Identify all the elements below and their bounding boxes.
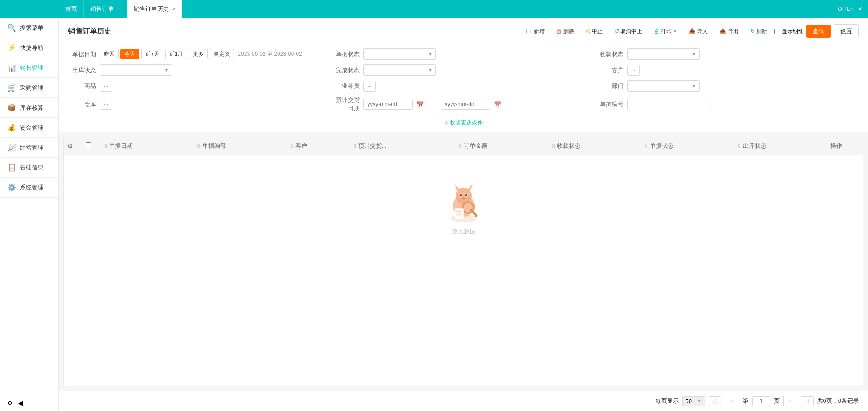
filter-warehouse-cell: 仓库 ··· bbox=[68, 99, 331, 110]
page-label-2: 页 bbox=[774, 397, 780, 405]
department-select[interactable] bbox=[627, 80, 700, 92]
first-page-btn[interactable]: ⟨⟨ bbox=[709, 396, 721, 406]
query-button[interactable]: 查询 bbox=[806, 25, 831, 38]
sidebar-item-inventory[interactable]: 📦 库存核算 bbox=[0, 98, 58, 118]
svg-point-9 bbox=[460, 194, 462, 196]
stop-button[interactable]: ⊘ 中止 bbox=[581, 25, 607, 38]
customer-label: 客户 bbox=[595, 66, 627, 74]
order-status-select[interactable] bbox=[363, 48, 436, 60]
complete-status-control bbox=[363, 64, 595, 76]
select-all-checkbox[interactable] bbox=[86, 142, 91, 148]
gear-icon: ⚙️ bbox=[7, 183, 16, 192]
sidebar-item-sys-mgmt[interactable]: ⚙️ 系统管理 bbox=[0, 178, 58, 198]
goods-ellipsis-btn[interactable]: ··· bbox=[100, 81, 112, 92]
tab-home-label: 首页 bbox=[65, 5, 77, 13]
sidebar-item-basic-info[interactable]: 📋 基础信息 bbox=[0, 158, 58, 178]
filter-order-number-cell: 单据编号 bbox=[595, 99, 859, 110]
delivery-date-to[interactable] bbox=[441, 99, 490, 110]
outbound-status-select[interactable] bbox=[100, 64, 172, 76]
tab-sales-order-history[interactable]: 销售订单历史 ✕ bbox=[127, 0, 182, 18]
tab-sales-order[interactable]: 销售订单 ✕ bbox=[84, 0, 127, 18]
th-order-date[interactable]: 单据日期 bbox=[100, 137, 193, 155]
filter-row-3: 商品 ··· 业务员 ··· 部门 bbox=[68, 80, 859, 92]
total-info: 共0页，0条记录 bbox=[817, 397, 859, 405]
sidebar-item-sales-mgmt[interactable]: 📊 销售管理 bbox=[0, 58, 58, 78]
sidebar-item-operations[interactable]: 📈 经营管理 bbox=[0, 138, 58, 158]
delivery-date-from[interactable] bbox=[363, 99, 413, 110]
th-customer[interactable]: 客户 bbox=[286, 137, 349, 155]
page-size-select[interactable]: 50 10 20 100 bbox=[682, 396, 705, 406]
th-order-number[interactable]: 单据编号 bbox=[193, 137, 286, 155]
order-number-input[interactable] bbox=[627, 99, 711, 110]
sidebar-label-search-menu: 搜索菜单 bbox=[20, 24, 43, 32]
query-label: 查询 bbox=[813, 28, 825, 34]
date-btn-yesterday[interactable]: 昨天 bbox=[100, 49, 119, 59]
salesperson-ellipsis-btn[interactable]: ··· bbox=[363, 81, 376, 92]
calendar-to-icon[interactable]: 📅 bbox=[494, 101, 501, 108]
import-button[interactable]: 📥 导入 bbox=[684, 25, 712, 38]
empty-text: 暂无数据 bbox=[452, 227, 475, 236]
date-dash: — bbox=[430, 101, 436, 108]
receipt-status-select[interactable] bbox=[627, 48, 700, 60]
top-bar-brand: OfTEn bbox=[838, 6, 854, 12]
table-area: ⚙ 单据日期 单据编号 客户 bbox=[63, 137, 863, 386]
goods-label: 商品 bbox=[68, 82, 100, 90]
filter-complete-cell: 完成状态 bbox=[331, 64, 595, 76]
outbound-status-label: 出库状态 bbox=[68, 66, 100, 74]
settings-button[interactable]: 设置 bbox=[834, 24, 859, 38]
th-ops: 操作 bbox=[827, 137, 863, 155]
date-btn-today[interactable]: 今天 bbox=[120, 49, 139, 59]
calendar-from-icon[interactable]: 📅 bbox=[417, 101, 424, 108]
warehouse-control: ··· bbox=[100, 99, 331, 110]
collapse-row[interactable]: ∧ 收起更多条件 bbox=[68, 117, 859, 126]
filter-customer-cell: 客户 ··· bbox=[595, 65, 859, 76]
tab-sales-order-close[interactable]: ✕ bbox=[116, 6, 120, 12]
sidebar-item-purchase-mgmt[interactable]: 🛒 采购管理 bbox=[0, 78, 58, 98]
new-button[interactable]: + + 新增 bbox=[520, 25, 549, 38]
date-btn-custom[interactable]: 自定义 bbox=[210, 49, 234, 59]
th-outbound-status[interactable]: 出库状态 bbox=[734, 137, 827, 155]
next-page-btn[interactable]: ＞ bbox=[783, 396, 797, 406]
date-btn-1month[interactable]: 近1月 bbox=[165, 49, 187, 59]
th-expected-delivery[interactable]: 预计交货... bbox=[349, 137, 455, 155]
refresh-button[interactable]: ↻ 刷新 bbox=[746, 25, 772, 38]
tab-sales-order-label: 销售订单 bbox=[90, 5, 114, 13]
cancel-stop-button[interactable]: ↺ 取消中止 bbox=[610, 25, 647, 38]
sidebar-item-quick-nav[interactable]: ⚡ 快捷导航 bbox=[0, 38, 58, 58]
main-layout: 🔍 搜索菜单 ⚡ 快捷导航 📊 销售管理 🛒 采购管理 📦 库存核算 💰 资金管… bbox=[0, 18, 868, 411]
print-button[interactable]: 🖨 打印 ▼ bbox=[649, 25, 681, 38]
last-page-btn[interactable]: ⟩⟩ bbox=[801, 396, 814, 406]
show-detail-checkbox[interactable] bbox=[774, 29, 780, 34]
money-icon: 💰 bbox=[7, 123, 16, 132]
page-number-input[interactable] bbox=[752, 396, 770, 406]
warehouse-ellipsis-btn[interactable]: ··· bbox=[100, 99, 112, 110]
export-icon: 📤 bbox=[719, 28, 726, 34]
prev-page-btn[interactable]: ＜ bbox=[725, 396, 739, 406]
sidebar-collapse-icon[interactable]: ◀ bbox=[18, 400, 23, 406]
sidebar-item-finance[interactable]: 💰 资金管理 bbox=[0, 118, 58, 138]
tab-sales-order-history-close[interactable]: ✕ bbox=[172, 6, 176, 12]
th-order-amount[interactable]: 订单金额 bbox=[455, 137, 547, 155]
complete-status-select[interactable] bbox=[363, 64, 436, 76]
filter-delivery-cell: 预计交货日期 📅 — 📅 bbox=[331, 96, 595, 112]
sidebar-item-search-menu[interactable]: 🔍 搜索菜单 bbox=[0, 18, 58, 38]
department-control bbox=[627, 80, 859, 92]
customer-ellipsis-btn[interactable]: ··· bbox=[627, 65, 640, 76]
th-receipt-status[interactable]: 收款状态 bbox=[548, 137, 641, 155]
date-btn-more[interactable]: 更多 bbox=[189, 49, 208, 59]
settings-gear-icon[interactable]: ⚙ bbox=[67, 143, 73, 150]
box-icon: 📦 bbox=[7, 103, 16, 112]
sidebar-label-sys-mgmt: 系统管理 bbox=[20, 184, 43, 192]
empty-cell: 暂无数据 bbox=[64, 155, 863, 263]
sidebar-settings-icon[interactable]: ⚙ bbox=[7, 400, 13, 406]
tab-home[interactable]: 首页 bbox=[59, 0, 84, 18]
th-settings[interactable]: ⚙ bbox=[64, 137, 82, 155]
table-header-row: ⚙ 单据日期 单据编号 客户 bbox=[64, 137, 863, 155]
date-btn-7days[interactable]: 近7天 bbox=[141, 49, 163, 59]
delete-button[interactable]: 🗑 删除 bbox=[552, 25, 579, 38]
main-content: 销售订单历史 + + 新增 🗑 删除 ⊘ 中止 ↺ 取消中止 bbox=[59, 18, 868, 411]
th-order-date-label: 单据日期 bbox=[109, 142, 133, 149]
th-order-status[interactable]: 单据状态 bbox=[641, 137, 734, 155]
close-window-icon[interactable]: ✕ bbox=[858, 6, 863, 12]
export-button[interactable]: 📤 导出 bbox=[715, 25, 743, 38]
